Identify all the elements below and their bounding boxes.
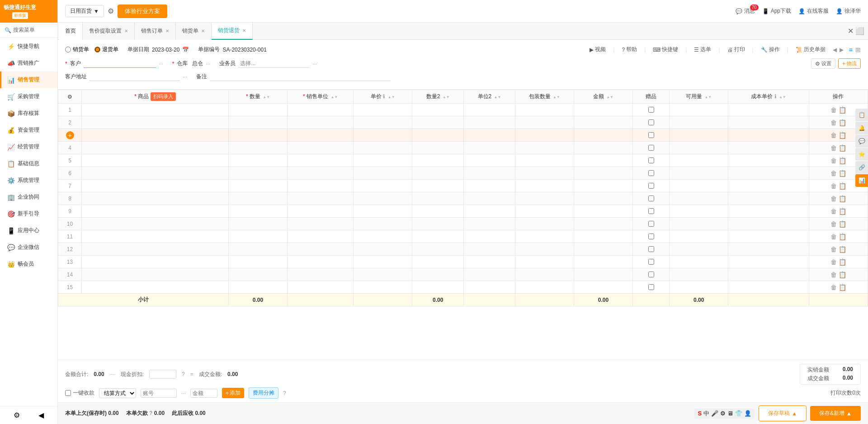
delete-active-icon[interactable]: 🗑 [830, 132, 837, 139]
gift-checkbox[interactable] [648, 157, 654, 163]
unit2-cell[interactable] [464, 218, 515, 230]
sales-unit-cell-active[interactable] [288, 129, 354, 142]
pkg-qty-cell[interactable] [515, 154, 574, 167]
amount-cell[interactable] [574, 268, 632, 281]
pkg-qty-cell[interactable] [515, 268, 574, 281]
gift-checkbox[interactable] [648, 272, 654, 277]
sidebar-item-app-center[interactable]: 📱 应用中心 [0, 222, 57, 239]
product-cell[interactable] [82, 256, 229, 268]
unit-price-sort-icon[interactable]: ▲▼ [388, 95, 395, 99]
copy-row-icon[interactable]: 📋 [839, 220, 846, 228]
pkg-qty-cell[interactable] [515, 205, 574, 218]
gift-cell[interactable] [632, 192, 669, 205]
delete-row-icon[interactable]: 🗑 [830, 195, 837, 202]
gift-cell[interactable] [632, 268, 669, 281]
sidebar-search[interactable]: 🔍 搜索菜单 [0, 23, 57, 38]
cost-price-cell[interactable] [728, 218, 809, 230]
save-new-dropdown-icon[interactable]: ▲ [846, 410, 852, 417]
address-dots-icon[interactable]: ··· [183, 74, 187, 80]
unit-price-cell[interactable] [354, 192, 412, 205]
product-cell[interactable] [82, 192, 229, 205]
amount-cell[interactable] [574, 180, 632, 192]
sidebar-item-quick-nav[interactable]: ⚡ 快捷导航 [0, 38, 57, 55]
amount-cell[interactable] [574, 218, 632, 230]
message-btn[interactable]: 💬 消息 70 [736, 7, 755, 15]
unit2-cell[interactable] [464, 167, 515, 180]
gift-cell[interactable] [632, 116, 669, 129]
gift-cell[interactable] [632, 256, 669, 268]
one-click-pay-label[interactable]: 一键收款 [65, 389, 94, 397]
amount-cell[interactable] [574, 243, 632, 256]
gift-cell[interactable] [632, 243, 669, 256]
gift-checkbox[interactable] [648, 119, 654, 125]
unit-price-cell[interactable] [354, 180, 412, 192]
cost-price-cell[interactable] [728, 243, 809, 256]
copy-row-icon[interactable]: 📋 [839, 271, 846, 278]
pkg-qty-cell[interactable] [515, 243, 574, 256]
unit-price-cell[interactable] [354, 104, 412, 116]
delete-row-icon[interactable]: 🗑 [830, 271, 837, 278]
gift-checkbox[interactable] [648, 246, 654, 252]
available-cell[interactable] [670, 268, 728, 281]
available-cell[interactable] [670, 243, 728, 256]
cost-sort-icon[interactable]: ▲▼ [779, 95, 786, 99]
cost-price-cell-active[interactable] [728, 129, 809, 142]
cost-price-cell[interactable] [728, 192, 809, 205]
gift-cell[interactable] [632, 180, 669, 192]
amount-cell[interactable] [574, 205, 632, 218]
unit2-cell[interactable] [464, 104, 515, 116]
pkg-qty-cell[interactable] [515, 167, 574, 180]
cost-price-cell[interactable] [728, 256, 809, 268]
sales-unit-cell[interactable] [288, 154, 354, 167]
unit-price-cell[interactable] [354, 205, 412, 218]
next-icon[interactable]: ▶ [840, 47, 844, 53]
delete-row-icon[interactable]: 🗑 [830, 284, 837, 291]
sidebar-item-newbie[interactable]: 🎯 新手引导 [0, 205, 57, 222]
amount-cell[interactable] [574, 167, 632, 180]
tab-delivery-close-icon[interactable]: ✕ [201, 29, 205, 33]
sidebar-item-sys-mgmt[interactable]: ⚙️ 系统管理 [0, 172, 57, 189]
copy-row-icon[interactable]: 📋 [839, 208, 846, 215]
gift-checkbox[interactable] [648, 195, 654, 201]
user-profile-btn[interactable]: 👤 徐泽华 [836, 7, 861, 15]
pkg-qty-cell[interactable] [515, 218, 574, 230]
copy-row-icon[interactable]: 📋 [839, 233, 846, 240]
tab-sales-order-close-icon[interactable]: ✕ [165, 29, 169, 33]
unit2-cell[interactable] [464, 205, 515, 218]
trial-btn[interactable]: 体验行业方案 [118, 5, 167, 18]
qty2-cell[interactable] [412, 243, 464, 256]
unit2-cell[interactable] [464, 256, 515, 268]
qty2-cell[interactable] [412, 256, 464, 268]
qty2-cell[interactable] [412, 167, 464, 180]
qty-cell[interactable] [229, 116, 288, 129]
qty2-cell[interactable] [412, 104, 464, 116]
qty-cell-active[interactable] [229, 129, 288, 142]
payment-amount-input[interactable] [190, 389, 217, 398]
product-cell[interactable] [82, 116, 229, 129]
sales-unit-cell[interactable] [288, 205, 354, 218]
fee-info-icon[interactable]: ? [283, 390, 286, 396]
account-dots-icon[interactable]: ··· [181, 390, 186, 396]
gift-checkbox-active[interactable] [648, 132, 654, 138]
sidebar-item-sales-promo[interactable]: 📣 营销推广 [0, 55, 57, 71]
product-cell[interactable] [82, 180, 229, 192]
right-float-icon-3[interactable]: 💬 [855, 135, 868, 148]
qty-cell[interactable] [229, 142, 288, 154]
sales-unit-cell[interactable] [288, 104, 354, 116]
qty-cell[interactable] [229, 243, 288, 256]
delete-row-icon[interactable]: 🗑 [830, 233, 837, 240]
delete-row-icon[interactable]: 🗑 [830, 182, 837, 190]
taskbar-icon-gear[interactable]: ⚙ [720, 410, 726, 417]
remark-input[interactable] [210, 72, 391, 81]
available-cell[interactable] [670, 205, 728, 218]
unit-price-cell-active[interactable] [354, 129, 412, 142]
gift-checkbox[interactable] [648, 221, 654, 227]
settings-gear-icon[interactable]: ⚙ [108, 7, 114, 15]
product-cell[interactable] [82, 142, 229, 154]
amount-cell[interactable] [574, 192, 632, 205]
sales-unit-cell[interactable] [288, 180, 354, 192]
product-cell[interactable] [82, 154, 229, 167]
copy-row-icon[interactable]: 📋 [839, 106, 846, 114]
salesman-input[interactable] [238, 59, 310, 68]
product-cell[interactable] [82, 104, 229, 116]
